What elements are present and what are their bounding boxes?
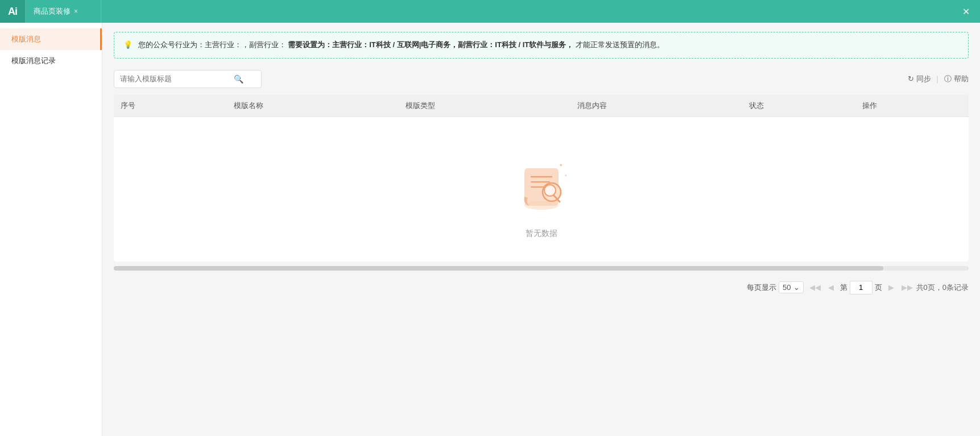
notice-highlight: 需要设置为：主营行业：IT科技 / 互联网|电子商务，副营行业：IT科技 / I… [288, 40, 573, 49]
tab-product-deco[interactable]: 商品页装修× [26, 0, 101, 23]
table-col-状态: 状态 [742, 95, 855, 117]
table-body: ✦ ✦ 暂无数据 [114, 117, 969, 261]
notice-prefix: 您的公众号行业为：主营行业：，副营行业： [138, 40, 286, 49]
page-nav: ◀◀ ◀ 第 页 ▶ ▶▶ 共0页，0条记录 [808, 281, 969, 294]
help-button[interactable]: ⓘ 帮助 [944, 74, 969, 84]
prev-page-button[interactable]: ◀ [824, 281, 838, 294]
tab-bar-end: ✕ [958, 4, 980, 19]
help-label: 帮助 [954, 74, 969, 84]
tab-close-product-deco[interactable]: × [74, 7, 78, 15]
sync-label: 同步 [916, 74, 931, 84]
sidebar: 模版消息模版消息记录 [0, 23, 102, 436]
search-input[interactable] [120, 74, 234, 83]
page-total: 共0页，0条记录 [916, 283, 969, 293]
notice-box: 💡 您的公众号行业为：主营行业：，副营行业： 需要设置为：主营行业：IT科技 /… [114, 32, 969, 59]
search-icon[interactable]: 🔍 [234, 74, 243, 84]
notice-suffix: 才能正常发送预置的消息。 [576, 40, 664, 49]
content-area: 💡 您的公众号行业为：主营行业：，副营行业： 需要设置为：主营行业：IT科技 /… [102, 23, 980, 436]
close-all-button[interactable]: ✕ [958, 4, 974, 19]
sync-icon: ↻ [908, 74, 914, 83]
table-header: 序号模版名称模版类型消息内容状态操作 [114, 95, 969, 117]
scroll-thumb [114, 266, 883, 271]
tab-bar: Ai 首页微商城店铺设置×商品分类设置×首页装修×商品页装修×店铺主题×开通公众… [0, 0, 980, 23]
empty-row: ✦ ✦ 暂无数据 [114, 117, 969, 261]
empty-illustration: ✦ ✦ [507, 151, 576, 219]
last-page-button[interactable]: ▶▶ [900, 281, 914, 294]
logo: Ai [0, 0, 26, 23]
page-number-input[interactable] [850, 281, 873, 294]
pagination: 每页显示 50 ⌄ ◀◀ ◀ 第 页 ▶ ▶▶ 共0页，0条记录 [114, 275, 969, 300]
svg-text:✦: ✦ [564, 173, 568, 177]
svg-text:✦: ✦ [559, 162, 563, 168]
horizontal-scrollbar[interactable] [114, 266, 969, 271]
next-page-button[interactable]: ▶ [884, 281, 898, 294]
sidebar-items: 模版消息模版消息记录 [0, 28, 102, 72]
table-col-模版类型: 模版类型 [399, 95, 570, 117]
page-suffix: 页 [875, 283, 882, 293]
main-layout: 模版消息模版消息记录 💡 您的公众号行业为：主营行业：，副营行业： 需要设置为：… [0, 23, 980, 436]
tabs-container: 首页微商城店铺设置×商品分类设置×首页装修×商品页装修×店铺主题×开通公众号商城… [26, 0, 101, 23]
page-size-dropdown[interactable]: 50 ⌄ [779, 281, 803, 293]
dropdown-icon: ⌄ [793, 283, 800, 292]
first-page-button[interactable]: ◀◀ [808, 281, 822, 294]
page-prefix: 第 [840, 283, 847, 293]
page-size-value: 50 [783, 283, 791, 292]
sidebar-item-template-msg[interactable]: 模版消息 [0, 28, 102, 50]
svg-point-5 [544, 185, 556, 196]
help-icon: ⓘ [944, 74, 952, 84]
table-col-模版名称: 模版名称 [227, 95, 399, 117]
tab-label: 商品页装修 [34, 6, 71, 16]
empty-state: ✦ ✦ 暂无数据 [114, 117, 969, 261]
sync-button[interactable]: ↻ 同步 [908, 74, 931, 84]
page-size-label: 每页显示 [747, 283, 776, 293]
data-table: 序号模版名称模版类型消息内容状态操作 [114, 95, 969, 261]
search-input-wrap[interactable]: 🔍 [114, 70, 262, 88]
table-col-操作: 操作 [855, 95, 969, 117]
notice-icon: 💡 [123, 40, 133, 49]
divider: | [937, 74, 938, 83]
page-size-select: 每页显示 50 ⌄ [747, 281, 803, 293]
table-header-row: 序号模版名称模版类型消息内容状态操作 [114, 95, 969, 117]
empty-text: 暂无数据 [526, 229, 557, 239]
search-actions: ↻ 同步 | ⓘ 帮助 [908, 74, 969, 84]
search-bar: 🔍 ↻ 同步 | ⓘ 帮助 [114, 70, 969, 88]
sidebar-item-template-msg-record[interactable]: 模版消息记录 [0, 50, 102, 72]
table-col-序号: 序号 [114, 95, 227, 117]
table-col-消息内容: 消息内容 [570, 95, 742, 117]
